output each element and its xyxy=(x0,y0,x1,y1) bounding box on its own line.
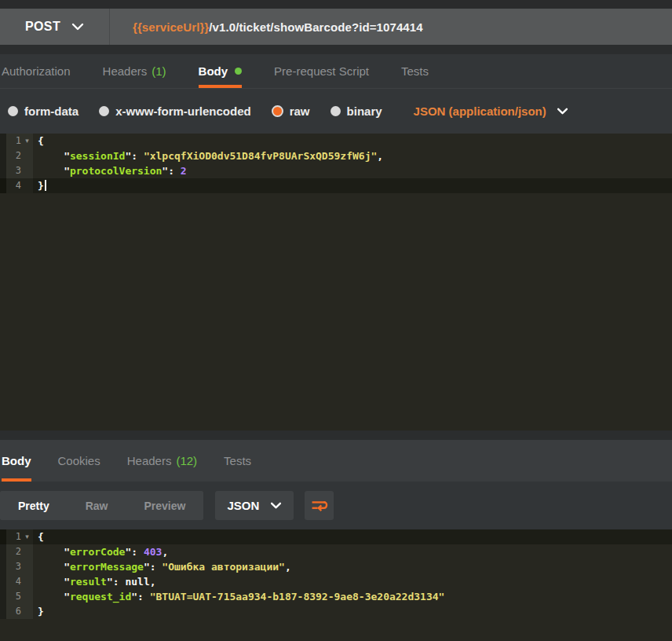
line-gutter: 3 xyxy=(6,163,33,178)
line-gutter: 6 xyxy=(6,604,33,619)
editor-line[interactable]: 6} xyxy=(0,604,672,619)
view-switcher: Pretty Raw Preview xyxy=(0,491,203,520)
response-toolbar: Pretty Raw Preview JSON xyxy=(0,482,672,529)
line-gutter: 4 xyxy=(6,178,33,193)
tab-label: Cookies xyxy=(58,454,100,467)
editor-line[interactable]: 2"sessionId": "xlpcqfXiOD0dv51D84fvP8UAr… xyxy=(0,148,672,163)
window-top-strip xyxy=(0,0,672,9)
editor-line[interactable]: 4"result": null, xyxy=(0,574,672,589)
editor-line[interactable]: 3"protocolVersion": 2 xyxy=(0,163,672,178)
line-gutter: 3 xyxy=(6,559,33,574)
tab-label: Headers xyxy=(127,454,172,467)
editor-line[interactable]: 4} xyxy=(0,178,672,193)
editor-line[interactable]: 3"errorMessage": "Ошибка авторизации", xyxy=(0,559,672,574)
request-tabs: Authorization Headers(1) Body Pre-reques… xyxy=(0,54,672,88)
mode-label: binary xyxy=(347,104,382,118)
line-gutter: 5 xyxy=(6,589,33,604)
tab-label: Tests xyxy=(224,454,251,467)
format-label: JSON xyxy=(227,499,259,512)
radio-icon xyxy=(331,106,341,116)
green-dot-icon xyxy=(235,68,242,75)
request-url-bar: POST {{serviceUrl}}/v1.0/ticket/showBarc… xyxy=(0,9,672,45)
radio-icon xyxy=(8,106,18,116)
request-body-editor[interactable]: 1▾{2"sessionId": "xlpcqfXiOD0dv51D84fvP8… xyxy=(0,134,672,430)
radio-selected-icon xyxy=(272,105,283,117)
line-gutter: 1▾ xyxy=(6,134,33,148)
preview-button[interactable]: Preview xyxy=(126,491,203,520)
fold-triangle-icon: ▾ xyxy=(21,529,33,544)
tab-label: Pre-request Script xyxy=(274,64,369,78)
tab-label: Authorization xyxy=(2,64,71,78)
tab-authorization[interactable]: Authorization xyxy=(2,54,71,88)
response-tab-cookies[interactable]: Cookies xyxy=(58,440,100,482)
word-wrap-button[interactable] xyxy=(305,491,334,520)
tab-label: Headers xyxy=(103,64,148,78)
mode-x-www-form-urlencoded[interactable]: x-www-form-urlencoded xyxy=(99,104,251,118)
pretty-button[interactable]: Pretty xyxy=(0,491,68,520)
radio-icon xyxy=(99,106,109,116)
method-label: POST xyxy=(25,20,60,34)
tab-label: Body xyxy=(2,454,31,467)
mode-raw[interactable]: raw xyxy=(272,104,310,118)
mode-label: raw xyxy=(290,104,310,118)
tab-headers[interactable]: Headers(1) xyxy=(103,54,166,88)
tab-pre-request-script[interactable]: Pre-request Script xyxy=(274,54,369,88)
chevron-down-icon xyxy=(557,108,568,115)
url-input[interactable]: {{serviceUrl}}/v1.0/ticket/showBarcode?i… xyxy=(110,9,672,45)
section-divider xyxy=(0,430,672,440)
line-gutter: 4 xyxy=(6,574,33,589)
postman-window: POST {{serviceUrl}}/v1.0/ticket/showBarc… xyxy=(0,0,672,641)
response-tab-headers[interactable]: Headers(12) xyxy=(127,440,197,482)
tab-label: Body xyxy=(199,64,228,78)
line-gutter: 2 xyxy=(6,544,33,559)
content-type-label: JSON (application/json) xyxy=(414,104,546,118)
chevron-down-icon xyxy=(71,23,84,31)
response-tabs: Body Cookies Headers(12) Tests xyxy=(0,440,672,482)
line-gutter: 1▾ xyxy=(6,529,33,544)
mode-label: x-www-form-urlencoded xyxy=(115,104,251,118)
line-gutter: 2 xyxy=(6,148,33,163)
response-body-editor[interactable]: 1▾{2"errorCode": 403,3"errorMessage": "О… xyxy=(0,529,672,641)
headers-count-badge: (1) xyxy=(152,64,166,78)
response-tab-body[interactable]: Body xyxy=(2,440,31,482)
response-tab-tests[interactable]: Tests xyxy=(224,440,251,482)
format-selector[interactable]: JSON xyxy=(215,491,294,520)
headers-count-badge: (12) xyxy=(176,454,197,467)
tab-body[interactable]: Body xyxy=(199,54,243,88)
fold-triangle-icon: ▾ xyxy=(21,134,33,148)
tab-tests[interactable]: Tests xyxy=(401,54,429,88)
body-mode-bar: form-data x-www-form-urlencoded raw bina… xyxy=(0,88,672,134)
word-wrap-icon xyxy=(311,497,328,515)
content-type-selector[interactable]: JSON (application/json) xyxy=(414,104,568,118)
url-variable: {{serviceUrl}} xyxy=(133,20,209,34)
editor-line[interactable]: 2"errorCode": 403, xyxy=(0,544,672,559)
url-path: /v1.0/ticket/showBarcode?id=1074414 xyxy=(209,20,422,34)
tab-label: Tests xyxy=(401,64,429,78)
text-cursor xyxy=(45,180,46,191)
raw-button[interactable]: Raw xyxy=(68,491,126,520)
editor-line[interactable]: 1▾{ xyxy=(0,134,672,148)
section-divider xyxy=(0,45,672,54)
mode-form-data[interactable]: form-data xyxy=(8,104,79,118)
editor-line[interactable]: 5"request_id": "BTUAT=UAT-715aa934-b187-… xyxy=(0,589,672,604)
method-selector[interactable]: POST xyxy=(0,9,110,45)
mode-binary[interactable]: binary xyxy=(331,104,382,118)
chevron-down-icon xyxy=(270,502,282,509)
mode-label: form-data xyxy=(24,104,79,118)
editor-line[interactable]: 1▾{ xyxy=(0,529,672,544)
